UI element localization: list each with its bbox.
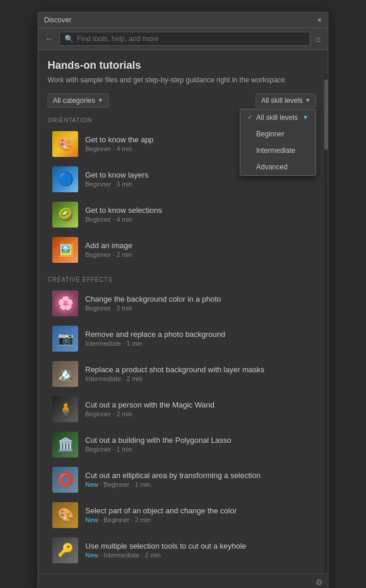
page-title: Hands-on tutorials bbox=[48, 59, 316, 72]
tutorial-info: Get to know selections Beginner · 4 min bbox=[85, 206, 311, 223]
tutorial-meta: New · Beginner · 2 min bbox=[85, 516, 311, 523]
tutorial-item[interactable]: 🎨 Select part of an object and change th… bbox=[48, 498, 316, 532]
tutorial-title: Remove and replace a photo background bbox=[85, 330, 311, 339]
tutorial-title: Cut out a person with the Magic Wand bbox=[85, 400, 311, 409]
title-bar: Discover × bbox=[38, 12, 328, 28]
tutorial-item[interactable]: 🔑 Use multiple selection tools to cut ou… bbox=[48, 533, 316, 567]
check-icon: ✓ bbox=[247, 113, 253, 121]
scrollbar-thumb[interactable] bbox=[324, 79, 328, 150]
main-content: Hands-on tutorials Work with sample file… bbox=[38, 50, 328, 573]
tutorial-item[interactable]: 🏔️ Replace a product shot background wit… bbox=[48, 357, 316, 391]
settings-icon[interactable]: ⚙ bbox=[315, 577, 323, 587]
skill-option-intermediate[interactable]: ✓ Intermediate bbox=[240, 142, 315, 159]
tutorial-meta: New · Intermediate · 2 min bbox=[85, 552, 311, 559]
tutorial-title: Replace a product shot background with l… bbox=[85, 365, 311, 374]
discover-window: Discover × ← 🔍 ⌂ Hands-on tutorials Work… bbox=[38, 12, 328, 588]
tutorial-info: Cut out an elliptical area by transformi… bbox=[85, 471, 311, 488]
tutorial-meta: Intermediate · 1 min bbox=[85, 340, 311, 347]
settings-row: ⚙ bbox=[38, 573, 328, 588]
section-label-creative: CREATIVE EFFECTS bbox=[48, 276, 316, 283]
tutorial-title: Change the background color in a photo bbox=[85, 295, 311, 303]
back-button[interactable]: ← bbox=[43, 33, 56, 45]
tutorial-thumbnail: 🥝 bbox=[52, 202, 78, 228]
tutorial-meta: Beginner · 4 min bbox=[85, 216, 311, 223]
tutorial-item[interactable]: 📷 Remove and replace a photo background … bbox=[48, 322, 316, 356]
page-subtitle: Work with sample files and get step-by-s… bbox=[48, 75, 316, 85]
tutorial-info: Use multiple selection tools to cut out … bbox=[85, 542, 311, 559]
tutorial-thumbnail: 🎨 bbox=[52, 131, 78, 157]
category-filter[interactable]: All categories ▼ bbox=[48, 93, 109, 108]
tutorial-thumbnail: 🎨 bbox=[52, 502, 78, 528]
tutorial-title: Cut out a building with the Polygonal La… bbox=[85, 436, 311, 445]
tutorial-item[interactable]: 🥝 Get to know selections Beginner · 4 mi… bbox=[48, 198, 316, 232]
skill-dropdown-menu: ✓ All skill levels ▼ ✓ Beginner ✓ Interm… bbox=[240, 109, 316, 176]
tutorial-info: Add an image Beginner · 2 min bbox=[85, 241, 311, 258]
new-badge: New bbox=[85, 481, 98, 488]
tutorial-thumbnail: 📷 bbox=[52, 326, 78, 352]
filters-row: All categories ▼ All skill levels ▼ ✓ Al… bbox=[48, 93, 316, 108]
search-input[interactable] bbox=[77, 35, 305, 43]
tutorial-thumbnail: 🌸 bbox=[52, 290, 78, 316]
chevron-down-icon: ▼ bbox=[98, 97, 103, 103]
tutorial-item[interactable]: 🧍 Cut out a person with the Magic Wand B… bbox=[48, 392, 316, 426]
tutorial-thumbnail: 🏛️ bbox=[52, 432, 78, 457]
tutorial-thumbnail: 🧍 bbox=[52, 396, 78, 422]
tutorial-title: Cut out an elliptical area by transformi… bbox=[85, 471, 311, 480]
tutorial-title: Get to know selections bbox=[85, 206, 311, 215]
skill-option-advanced[interactable]: ✓ Advanced bbox=[240, 159, 315, 175]
search-box: 🔍 bbox=[59, 32, 310, 46]
scrollbar-track bbox=[324, 74, 328, 573]
tutorial-info: Cut out a person with the Magic Wand Beg… bbox=[85, 400, 311, 417]
tutorial-thumbnail: ⭕ bbox=[52, 467, 78, 493]
tutorial-thumbnail: 🔵 bbox=[52, 166, 78, 192]
tutorial-item[interactable]: 🖼️ Add an image Beginner · 2 min bbox=[48, 233, 316, 267]
tutorial-thumbnail: 🖼️ bbox=[52, 237, 78, 263]
tutorial-meta: Beginner · 1 min bbox=[85, 446, 311, 453]
toolbar: ← 🔍 ⌂ bbox=[38, 28, 328, 50]
tutorial-info: Replace a product shot background with l… bbox=[85, 365, 311, 382]
skill-option-beginner[interactable]: ✓ Beginner bbox=[240, 126, 315, 142]
tutorial-info: Cut out a building with the Polygonal La… bbox=[85, 436, 311, 453]
tutorial-item[interactable]: 🌸 Change the background color in a photo… bbox=[48, 286, 316, 320]
tutorial-info: Change the background color in a photo B… bbox=[85, 295, 311, 312]
chevron-down-icon: ▼ bbox=[305, 97, 311, 103]
close-button[interactable]: × bbox=[317, 16, 322, 24]
new-badge: New bbox=[85, 552, 98, 559]
tutorial-meta: Intermediate · 2 min bbox=[85, 375, 311, 382]
tutorial-meta: Beginner · 2 min bbox=[85, 305, 311, 312]
tutorial-thumbnail: 🔑 bbox=[52, 537, 78, 563]
tutorial-title: Select part of an object and change the … bbox=[85, 506, 311, 515]
tutorial-meta: Beginner · 3 min bbox=[85, 181, 311, 188]
tutorial-meta: New · Beginner · 1 min bbox=[85, 481, 311, 488]
tutorial-meta: Beginner · 2 min bbox=[85, 410, 311, 417]
skill-filter[interactable]: All skill levels ▼ bbox=[256, 93, 316, 108]
search-icon: 🔍 bbox=[65, 35, 73, 43]
tutorial-item[interactable]: ⭕ Cut out an elliptical area by transfor… bbox=[48, 463, 316, 497]
tutorial-info: Remove and replace a photo background In… bbox=[85, 330, 311, 347]
tutorial-title: Use multiple selection tools to cut out … bbox=[85, 542, 311, 550]
creative-list: 🌸 Change the background color in a photo… bbox=[48, 286, 316, 567]
window-title: Discover bbox=[44, 16, 72, 24]
skill-option-all[interactable]: ✓ All skill levels ▼ bbox=[240, 109, 315, 126]
tutorial-item[interactable]: 🏛️ Cut out a building with the Polygonal… bbox=[48, 427, 316, 462]
tutorial-thumbnail: 🏔️ bbox=[52, 361, 78, 387]
tutorial-info: Select part of an object and change the … bbox=[85, 506, 311, 523]
home-button[interactable]: ⌂ bbox=[314, 33, 323, 45]
new-badge: New bbox=[85, 516, 98, 523]
tutorial-meta: Beginner · 2 min bbox=[85, 251, 311, 258]
tutorial-title: Add an image bbox=[85, 241, 311, 250]
